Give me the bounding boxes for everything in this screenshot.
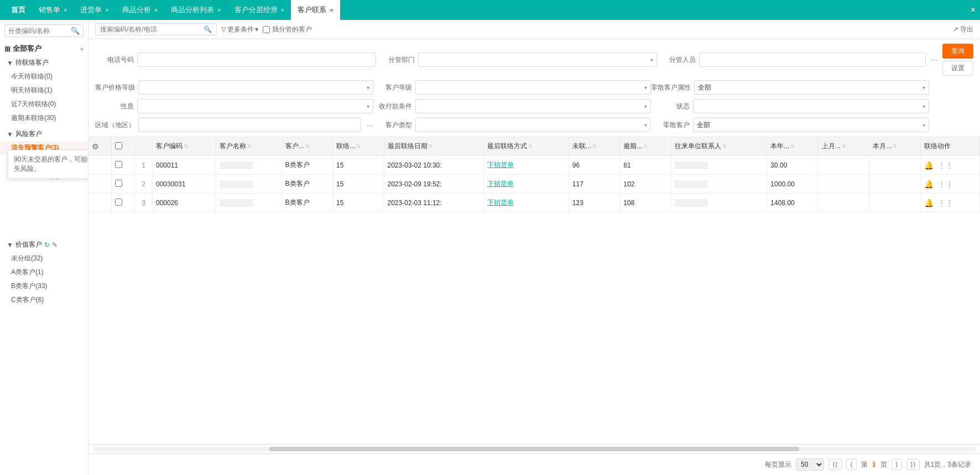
contact-action-icon[interactable]: 🔔 — [924, 199, 934, 207]
nav-customer-contact[interactable]: 客户联系 × — [291, 0, 340, 20]
settings-icon[interactable]: ⚙ — [92, 142, 99, 151]
checkbox-col[interactable] — [111, 137, 134, 156]
sidebar-search-icon[interactable]: 🔍 — [71, 27, 80, 35]
manager-input[interactable] — [699, 53, 926, 67]
nav-product-analysis-close[interactable]: × — [154, 7, 158, 13]
settings-col[interactable]: ⚙ — [88, 137, 111, 156]
sidebar-item-overdue[interactable]: 逾期未联络(30) — [0, 111, 88, 125]
name-cell — [216, 175, 282, 194]
nav-sales-close[interactable]: × — [64, 7, 67, 13]
filter-search-input[interactable] — [100, 25, 201, 33]
sidebar-all-customers[interactable]: ⊞ 全部客户 « — [0, 41, 88, 56]
nav-product-analysis-list[interactable]: 商品分析列表 × — [164, 0, 227, 20]
valued-edit-icon[interactable]: ✎ — [52, 241, 58, 249]
checkbox-cell[interactable] — [111, 175, 134, 194]
sidebar-item-week[interactable]: 近7天待联络(0) — [0, 97, 88, 111]
sidebar-item-ungrouped[interactable]: 未分组(32) — [0, 252, 88, 265]
nav-customer-layer-label: 客户分层经营 — [234, 5, 278, 15]
overdue-col-header[interactable]: 逾期...⇅ — [620, 137, 671, 156]
sidebar-item-tomorrow[interactable]: 明天待联络(1) — [0, 83, 88, 97]
checkbox-cell[interactable] — [111, 194, 134, 212]
last-page-button[interactable]: ⟩⟩ — [906, 459, 920, 470]
this-month-col-header[interactable]: 本月...⇅ — [869, 137, 920, 156]
contact-action-icon[interactable]: 🔔 — [924, 161, 934, 170]
code-col-header[interactable]: 客户编码⇅ — [152, 137, 216, 156]
next-page-button[interactable]: ⟩ — [892, 459, 902, 470]
more-action-icon[interactable]: ⋮⋮ — [938, 199, 953, 207]
retail-select[interactable]: 全部▾ — [693, 118, 929, 132]
more-action-icon[interactable]: ⋮⋮ — [938, 161, 953, 170]
row-checkbox[interactable] — [115, 161, 122, 168]
sidebar-search-input[interactable] — [8, 27, 71, 35]
setting-button[interactable]: 设置 — [942, 61, 973, 76]
last-contact-method-cell[interactable]: 下销货单 — [483, 156, 569, 175]
nature-select[interactable]: ▾ — [137, 99, 373, 113]
row-checkbox[interactable] — [115, 199, 122, 206]
last-contact-method-col-header[interactable]: 最后联络方式⇅ — [483, 137, 569, 156]
nav-sales[interactable]: 销售单 × — [32, 0, 74, 20]
this-year-col-header[interactable]: 本年...⇅ — [767, 137, 818, 156]
last-month-col-header[interactable]: 上月...⇅ — [818, 137, 869, 156]
manager-dots[interactable]: ··· — [931, 55, 938, 64]
last-contact-date-col-header[interactable]: 最后联络日期⇅ — [384, 137, 483, 156]
contact-action-icon[interactable]: 🔔 — [924, 180, 934, 189]
nav-product-analysis-list-close[interactable]: × — [217, 7, 221, 13]
nav-customer-contact-close[interactable]: × — [330, 7, 333, 13]
unit-contact-col-header[interactable]: 往来单位联系人⇅ — [671, 137, 767, 156]
per-page-select[interactable]: 50 100 200 — [796, 458, 824, 471]
sidebar-item-class-c[interactable]: C类客户(6) — [0, 293, 88, 307]
sidebar-item-class-b[interactable]: B类客户(33) — [0, 279, 88, 293]
scrollbar-thumb[interactable] — [269, 447, 799, 451]
filter-search-icon[interactable]: 🔍 — [204, 25, 212, 33]
customer-type-select[interactable]: ▾ — [415, 118, 651, 132]
checkbox-cell[interactable] — [111, 156, 134, 175]
region-dots[interactable]: ··· — [367, 121, 373, 129]
row-checkbox[interactable] — [115, 180, 122, 187]
contact-method-link[interactable]: 下销货单 — [487, 180, 514, 187]
export-button[interactable]: ↗ 导出 — [953, 25, 973, 34]
nav-customer-layer-close[interactable]: × — [281, 7, 284, 13]
dept-select[interactable]: ▾ — [418, 53, 657, 67]
last-contact-method-cell[interactable]: 下销货单 — [483, 194, 569, 212]
payment-select[interactable]: ▾ — [415, 99, 651, 113]
nav-purchase[interactable]: 进货单 × — [74, 0, 115, 20]
nav-purchase-close[interactable]: × — [105, 7, 108, 13]
more-action-icon[interactable]: ⋮⋮ — [938, 180, 953, 189]
sidebar-search-box[interactable]: 🔍 — [4, 24, 84, 37]
sidebar-item-class-a[interactable]: A类客户(1) — [0, 265, 88, 279]
settings-cell — [88, 175, 111, 194]
status-select[interactable]: ▾ — [693, 99, 929, 113]
phone-input[interactable] — [137, 53, 376, 67]
my-customers-check[interactable] — [263, 26, 270, 33]
my-customers-checkbox[interactable]: 我分管的客户 — [263, 25, 312, 34]
type-col-header[interactable]: 客户...⇅ — [282, 137, 332, 156]
name-col-header[interactable]: 客户名称⇅ — [216, 137, 282, 156]
more-conditions-button[interactable]: ▽ 更多条件 ▾ — [221, 25, 258, 34]
customer-level-select[interactable]: ▾ — [415, 80, 651, 95]
sidebar-item-today[interactable]: 今天待联络(0) — [0, 70, 88, 83]
filter-search-box[interactable]: 🔍 — [95, 23, 217, 35]
contact-col-header[interactable]: 联络...⇅ — [333, 137, 384, 156]
sidebar-collapse-icon[interactable]: « — [80, 45, 84, 52]
select-all-checkbox[interactable] — [115, 142, 122, 149]
first-page-button[interactable]: ⟨⟨ — [828, 459, 842, 470]
nav-product-analysis[interactable]: 商品分析 × — [116, 0, 164, 20]
price-level-select[interactable]: ▾ — [138, 80, 373, 95]
sidebar-group-valued-title[interactable]: ▼ 价值客户 ↻ ✎ — [0, 238, 88, 252]
no-contact-col-header[interactable]: 未联...⇅ — [569, 137, 619, 156]
query-button[interactable]: 查询 — [942, 44, 973, 59]
nav-customer-layer[interactable]: 客户分层经营 × — [228, 0, 291, 20]
last-contact-method-cell[interactable]: 下销货单 — [483, 175, 569, 194]
window-close-button[interactable]: × — [971, 5, 976, 15]
horizontal-scrollbar[interactable] — [93, 447, 976, 451]
region-input[interactable] — [138, 118, 361, 132]
sidebar-group-pending-title[interactable]: ▼ 待联络客户 — [0, 56, 88, 70]
tooltip-box: 90天未交易的客户，可能有流失风险。 — [8, 150, 88, 179]
valued-refresh-icon[interactable]: ↻ — [44, 241, 50, 249]
contact-method-link[interactable]: 下销货单 — [487, 161, 514, 169]
contact-method-link[interactable]: 下销货单 — [487, 199, 514, 206]
sidebar-group-risk-title[interactable]: ▼ 风险客户 — [0, 127, 88, 141]
nav-home[interactable]: 首页 — [4, 0, 32, 20]
prev-page-button[interactable]: ⟨ — [846, 459, 857, 470]
retail-attr-select[interactable]: 全部▾ — [694, 80, 929, 95]
